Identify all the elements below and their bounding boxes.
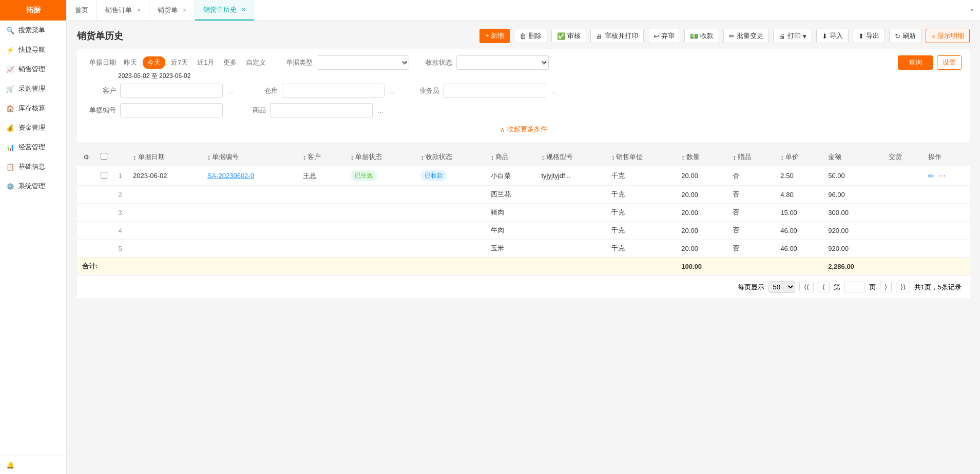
page-number-input[interactable]: 1 (844, 282, 865, 292)
print-button[interactable]: 🖨 打印 ▾ (773, 29, 812, 43)
goods-dots-button[interactable]: ... (377, 107, 385, 114)
row-doc-status (345, 240, 415, 258)
sidebar-item-operations-mgmt[interactable]: 📊 经营管理 (0, 137, 66, 157)
sidebar-item-finance-mgmt[interactable]: 💰 资金管理 (0, 118, 66, 137)
th-amount[interactable]: 金额 (823, 148, 883, 166)
delete-button[interactable]: 🗑 删除 (514, 29, 547, 43)
tab-sales-order[interactable]: 销售订单 × (97, 0, 149, 21)
agent-input[interactable] (444, 84, 546, 98)
show-detail-button[interactable]: ≡ 显示明细 (926, 29, 970, 43)
import-button[interactable]: ⬇ 导入 (816, 29, 849, 43)
row-quantity: 20.00 (676, 166, 727, 186)
th-transaction[interactable]: 交货 (883, 148, 923, 166)
abandon-button[interactable]: ↩ 弃审 (648, 29, 680, 43)
query-button[interactable]: 查询 (898, 55, 933, 70)
th-customer[interactable]: ↕客户 (298, 148, 345, 166)
th-sale-unit[interactable]: ↕销售单位 (606, 148, 676, 166)
sidebar-item-sales-mgmt[interactable]: 📈 销售管理 (0, 60, 66, 79)
th-gift[interactable]: ↕赠品 (727, 148, 775, 166)
customer-input[interactable] (120, 84, 223, 98)
date-btn-7days[interactable]: 近7天 (167, 56, 191, 69)
sidebar-item-basic-info[interactable]: 📋 基础信息 (0, 157, 66, 176)
more-icon[interactable]: ⋯ (938, 172, 946, 180)
tab-sales-goods[interactable]: 销货单 × (149, 0, 195, 21)
row-doc-no[interactable] (202, 186, 298, 204)
row-checkbox[interactable] (101, 172, 107, 179)
th-doc-no[interactable]: ↕单据编号 (202, 148, 298, 166)
sidebar-item-search-menu[interactable]: 🔍 搜索菜单 (0, 21, 66, 40)
date-btn-yesterday[interactable]: 昨天 (120, 56, 141, 69)
th-doc-date[interactable]: ↕单据日期 (128, 148, 202, 166)
filter-row-1: 单据日期 昨天 今天 近7天 近1月 更多 自定义 单据类型 ▾ (85, 55, 962, 70)
sidebar-bottom-icon1[interactable]: 🔔 (0, 456, 66, 474)
th-unit-price[interactable]: ↕单价 (775, 148, 823, 166)
review-print-button[interactable]: 🖨 审核并打印 (590, 29, 644, 43)
warehouse-input[interactable] (282, 84, 385, 98)
sidebar-item-purchase-mgmt[interactable]: 🛒 采购管理 (0, 79, 66, 98)
operations-mgmt-icon: 📊 (6, 143, 14, 151)
first-page-button[interactable]: ⟨⟨ (799, 282, 814, 292)
sidebar-item-inventory[interactable]: 🏠 库存核算 (0, 98, 66, 118)
new-button[interactable]: + 新增 (479, 29, 510, 43)
pagination-bar: 每页显示 50 20 100 ⟨⟨ ⟨ 第 1 页 ⟩ ⟩⟩ 共1页，5条记录 (77, 275, 970, 298)
th-collect-status[interactable]: ↕收款状态 (415, 148, 485, 166)
tab-home[interactable]: 首页 (67, 0, 97, 21)
per-page-select[interactable]: 50 20 100 (768, 281, 795, 293)
last-page-button[interactable]: ⟩⟩ (896, 282, 910, 292)
row-quantity: 20.00 (676, 240, 727, 258)
customer-label: 客户 (85, 86, 116, 95)
collect-status-badge: 已收款 (420, 170, 447, 181)
row-transaction (883, 186, 923, 204)
goods-input[interactable] (270, 103, 373, 117)
date-btn-today[interactable]: 今天 (143, 56, 165, 69)
prev-page-button[interactable]: ⟨ (818, 282, 830, 292)
sales-mgmt-icon: 📈 (6, 65, 14, 73)
batch-change-button[interactable]: ✏ 批量变更 (723, 29, 769, 43)
export-icon: ⬆ (858, 32, 864, 40)
toolbar: + 新增 🗑 删除 ✅ 审核 🖨 审核并打印 ↩ 弃审 (479, 29, 970, 43)
refresh-button[interactable]: ↻ 刷新 (889, 29, 921, 43)
row-doc-no[interactable]: SA-20230602-0 (202, 166, 298, 186)
tab-sales-goods-label: 销货单 (158, 6, 178, 15)
tabs-close-all[interactable]: × (964, 6, 980, 14)
th-spec-type[interactable]: ↕规格型号 (536, 148, 606, 166)
collect-status-label: 收款状态 (421, 58, 452, 67)
select-all-checkbox[interactable] (101, 153, 107, 160)
row-doc-no[interactable] (202, 240, 298, 258)
warehouse-dots-button[interactable]: ... (389, 87, 396, 95)
doc-type-select[interactable] (317, 55, 409, 70)
tab-sales-history-close[interactable]: × (242, 6, 245, 13)
sidebar-item-system-mgmt[interactable]: ⚙️ 系统管理 (0, 176, 66, 196)
customer-dots-button[interactable]: ... (227, 87, 235, 95)
system-mgmt-icon: ⚙️ (6, 182, 14, 190)
date-btn-more[interactable]: 更多 (220, 56, 240, 69)
row-goods: 西兰花 (486, 186, 536, 204)
export-button[interactable]: ⬆ 导出 (853, 29, 885, 43)
agent-dots-button[interactable]: ... (550, 87, 558, 95)
settings-button[interactable]: 设置 (937, 55, 962, 70)
tab-sales-goods-close[interactable]: × (183, 7, 186, 14)
collect-status-select[interactable] (456, 55, 549, 70)
doc-no-link[interactable]: SA-20230602-0 (207, 172, 254, 180)
collapse-btn[interactable]: ∧ 收起更多条件 (85, 123, 962, 136)
row-unit-price: 2.50 (775, 166, 823, 186)
tab-sales-order-close[interactable]: × (137, 7, 141, 14)
th-goods[interactable]: ↕商品 (486, 148, 536, 166)
row-doc-no[interactable] (202, 222, 298, 240)
sidebar-item-quick-nav[interactable]: ⚡ 快捷导航 (0, 40, 66, 60)
doc-no-input[interactable] (120, 103, 223, 117)
row-num: 3 (112, 204, 128, 222)
next-page-button[interactable]: ⟩ (880, 282, 892, 292)
date-btn-1month[interactable]: 近1月 (194, 56, 218, 69)
edit-icon[interactable]: ✏ (928, 172, 934, 180)
tab-sales-history[interactable]: 销货单历史 × (195, 0, 254, 21)
collect-button[interactable]: 💵 收款 (684, 29, 719, 43)
review-print-icon: 🖨 (596, 32, 603, 40)
th-checkbox[interactable] (95, 148, 112, 166)
review-button[interactable]: ✅ 审核 (551, 29, 586, 43)
th-doc-status[interactable]: ↕单据状态 (345, 148, 415, 166)
th-settings[interactable]: ⚙ (77, 148, 95, 166)
th-quantity[interactable]: ↕数量 (676, 148, 727, 166)
row-doc-no[interactable] (202, 204, 298, 222)
date-btn-custom[interactable]: 自定义 (242, 56, 270, 69)
